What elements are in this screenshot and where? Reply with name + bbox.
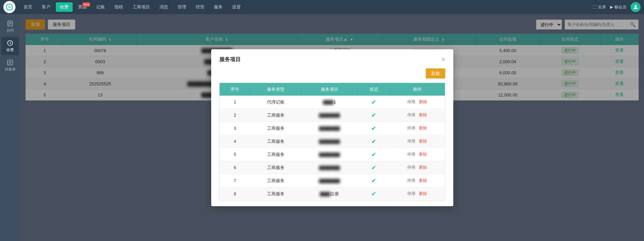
delete-button[interactable]: 删除 (419, 178, 427, 183)
modal-col-action: 操作 (389, 83, 445, 95)
status-check-icon: ✔ (371, 125, 376, 131)
modal-new-button[interactable]: 新建 (426, 68, 445, 78)
modal-toolbar: 新建 (219, 68, 445, 78)
nav-settings[interactable]: 设置 (228, 2, 245, 12)
nav-bookkeeping[interactable]: 记账 (92, 2, 109, 12)
modal-table-header: 序号 服务类型 服务项目 状态 操作 (220, 83, 445, 95)
delete-button[interactable]: 删除 (419, 126, 427, 130)
modal-table-wrap: 序号 服务类型 服务项目 状态 操作 1 代理记账 ████1 ✔ 停用 删除 … (219, 82, 445, 201)
sidebar-item-statement[interactable]: 对账单 (1, 56, 19, 75)
modal-col-item: 服务项目 (301, 83, 358, 95)
modal-header: 服务项目 × (219, 56, 445, 63)
status-check-icon: ✔ (371, 151, 376, 158)
modal-col-type: 服务类型 (251, 83, 301, 95)
disable-button[interactable]: 停用 (407, 99, 415, 104)
modal-table-row: 4 工商服务 ████████ ✔ 停用 删除 (220, 135, 445, 148)
delete-button[interactable]: 删除 (419, 113, 427, 117)
modal-table-row: 8 工商服务 ████注册 ✔ 停用 删除 (220, 187, 445, 200)
delete-button[interactable]: 删除 (419, 165, 427, 170)
user-avatar[interactable] (631, 2, 641, 12)
status-check-icon: ✔ (371, 164, 376, 171)
modal-table-row: 3 工商服务 ████████ ✔ 停用 删除 (220, 122, 445, 135)
app-logo (3, 1, 15, 13)
delete-button[interactable]: 删除 (419, 152, 427, 157)
delete-button[interactable]: 删除 (419, 191, 427, 196)
fullscreen-icon: ⛶ (593, 5, 597, 9)
modal-table-row: 5 工商服务 ████████ ✔ 停用 删除 (220, 148, 445, 161)
nav-service[interactable]: 服务 (210, 2, 227, 12)
delete-button[interactable]: 删除 (419, 139, 427, 144)
modal-title: 服务项目 (219, 56, 241, 63)
modal-close-button[interactable]: × (442, 56, 445, 63)
disable-button[interactable]: 停用 (407, 165, 415, 170)
main-layout: 合同 收费 对账单 新增 服务项目 进行中 全部 已结束 (0, 14, 644, 241)
disable-button[interactable]: 停用 (407, 191, 415, 196)
service-item-modal: 服务项目 × 新建 序号 服务类型 服务项目 状态 操作 (211, 49, 453, 206)
sidebar-item-fee[interactable]: 收费 (1, 37, 19, 55)
member-button[interactable]: ▶ 畅会员 (610, 4, 627, 10)
status-check-icon: ✔ (371, 190, 376, 197)
modal-table-row: 6 工商服务 ████████ ✔ 停用 删除 (220, 161, 445, 174)
service-items-table: 序号 服务类型 服务项目 状态 操作 1 代理记账 ████1 ✔ 停用 删除 … (220, 83, 445, 200)
nav-invoice[interactable]: 票据 new (74, 2, 91, 12)
fullscreen-button[interactable]: ⛶ 全屏 (593, 4, 606, 10)
modal-col-status: 状态 (358, 83, 389, 95)
nav-fee[interactable]: 收费 (56, 2, 73, 12)
modal-table-row: 2 工商服务 ████████ ✔ 停用 删除 (220, 109, 445, 122)
nav-tax[interactable]: 报税 (110, 2, 127, 12)
nav-message[interactable]: 消息 (155, 2, 172, 12)
modal-table-row: 7 工商服务 ████████ ✔ 停用 删除 (220, 174, 445, 187)
status-check-icon: ✔ (371, 98, 376, 105)
sidebar-item-contract[interactable]: 合同 (1, 17, 19, 36)
status-check-icon: ✔ (371, 112, 376, 118)
top-right-actions: ⛶ 全屏 ▶ 畅会员 (593, 2, 641, 12)
disable-button[interactable]: 停用 (407, 139, 415, 144)
top-navigation: 首页 客户 收费 票据 new 记账 报税 工商项目 消息 管理 经营 服务 设… (0, 0, 644, 14)
svg-point-1 (635, 5, 637, 7)
nav-customer[interactable]: 客户 (38, 2, 54, 12)
status-check-icon: ✔ (371, 177, 376, 184)
disable-button[interactable]: 停用 (407, 113, 415, 117)
modal-table-row: 1 代理记账 ████1 ✔ 停用 删除 (220, 95, 445, 109)
content-area: 新增 服务项目 进行中 全部 已结束 未开始 🔍 序号 合同 (20, 14, 644, 241)
new-badge: new (82, 2, 90, 7)
modal-col-seq: 序号 (220, 83, 251, 95)
disable-button[interactable]: 停用 (407, 152, 415, 157)
nav-business[interactable]: 经营 (192, 2, 209, 12)
nav-home[interactable]: 首页 (20, 2, 36, 12)
delete-button[interactable]: 删除 (419, 99, 427, 104)
member-icon: ▶ (610, 5, 613, 9)
disable-button[interactable]: 停用 (407, 178, 415, 183)
nav-items: 首页 客户 收费 票据 new 记账 报税 工商项目 消息 管理 经营 服务 设… (20, 2, 593, 12)
sidebar: 合同 收费 对账单 (0, 14, 20, 241)
disable-button[interactable]: 停用 (407, 126, 415, 130)
nav-bizproject[interactable]: 工商项目 (128, 2, 154, 12)
status-check-icon: ✔ (371, 138, 376, 145)
nav-manage[interactable]: 管理 (174, 2, 190, 12)
